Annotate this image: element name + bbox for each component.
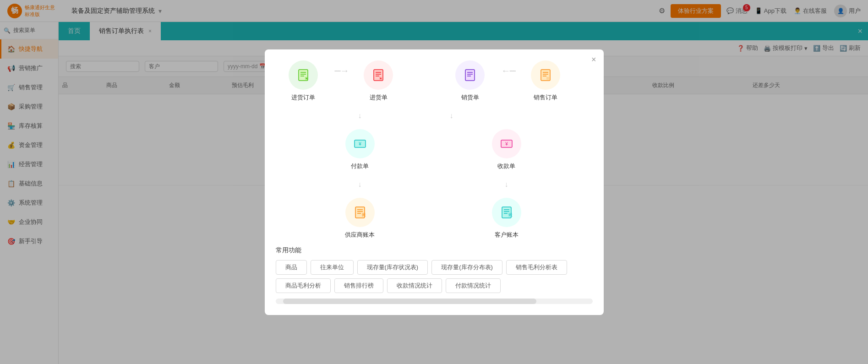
func-btn-inventory-dist[interactable]: 现存量(库存分布表) (431, 260, 502, 275)
func-btn-payment-stats[interactable]: 付款情况统计 (446, 278, 501, 293)
svg-text:¥: ¥ (358, 141, 361, 147)
supplier-ledger-icon: 账 (345, 198, 375, 227)
flow-row-5: 账 供应商账本 账 (276, 198, 593, 239)
receipt-bill-label: 收款单 (497, 162, 515, 170)
payment-bill-icon: ¥ (345, 129, 375, 158)
supplier-ledger-label: 供应商账本 (345, 231, 375, 239)
flow-supplier-ledger[interactable]: 账 供应商账本 (333, 198, 388, 239)
sales-order-icon (531, 60, 560, 90)
purchase-order-icon (289, 60, 318, 90)
func-btn-receipt-stats[interactable]: 收款情况统计 (387, 278, 442, 293)
svg-rect-8 (465, 70, 475, 81)
arrow-2: ← - - - (497, 65, 518, 85)
modal-overlay[interactable]: × 进货订单 (0, 0, 868, 364)
purchase-bill-icon (364, 60, 393, 90)
sales-order-label: 销售订单 (534, 93, 557, 102)
flow-receipt-bill[interactable]: ¥ 收款单 (479, 129, 534, 170)
flow-row-4: ↓ ↓ (276, 179, 593, 189)
func-btn-inventory-status[interactable]: 现存量(库存状况表) (357, 260, 428, 275)
purchase-bill-label: 进货单 (370, 93, 388, 102)
flow-row-3: ¥ 付款单 ¥ 收款单 (276, 129, 593, 170)
down-arrow-sales: ↓ (450, 112, 453, 120)
flow-section: 进货订单 - - - → (276, 60, 593, 239)
func-btn-product[interactable]: 商品 (276, 260, 307, 275)
down-arrow-payment: ↓ (358, 180, 362, 189)
receipt-bill-icon: ¥ (492, 129, 521, 158)
arrow-1: - - - → (331, 65, 351, 85)
flow-customer-ledger[interactable]: 账 客户账本 (479, 198, 534, 239)
customer-ledger-icon: 账 (492, 198, 521, 227)
func-btn-product-profit[interactable]: 商品毛利分析 (276, 278, 331, 293)
modal-scrollbar[interactable] (276, 299, 593, 304)
modal-scrollbar-thumb (283, 299, 537, 304)
flow-payment-bill[interactable]: ¥ 付款单 (333, 129, 388, 170)
customer-ledger-label: 客户账本 (495, 231, 519, 239)
flow-sales-order[interactable]: 销售订单 (518, 60, 573, 102)
func-btn-sales-profit[interactable]: 销售毛利分析表 (506, 260, 567, 275)
flow-sales-bill[interactable]: 销货单 (442, 60, 497, 102)
svg-text:¥: ¥ (505, 141, 508, 147)
flow-row-2: ↓ ↓ (276, 111, 593, 120)
flow-purchase-order[interactable]: 进货订单 (276, 60, 331, 102)
down-arrow-purchase: ↓ (358, 112, 362, 120)
modal-box: × 进货订单 (265, 49, 604, 315)
common-func-section: 常用功能 商品 往来单位 现存量(库存状况表) 现存量(库存分布表) 销售毛利分… (276, 246, 593, 293)
svg-text:账: 账 (508, 212, 513, 217)
flow-row-1: 进货订单 - - - → (276, 60, 593, 102)
modal-close-btn[interactable]: × (591, 55, 596, 65)
sales-bill-icon (455, 60, 485, 90)
common-func-title: 常用功能 (276, 246, 593, 255)
purchase-order-label: 进货订单 (291, 93, 315, 102)
sales-bill-label: 销货单 (461, 93, 479, 102)
payment-bill-label: 付款单 (351, 162, 369, 170)
svg-text:账: 账 (362, 212, 366, 217)
func-btn-partner[interactable]: 往来单位 (311, 260, 354, 275)
func-btn-sales-rank[interactable]: 销售排行榜 (334, 278, 383, 293)
flow-purchase-bill[interactable]: 进货单 (351, 60, 406, 102)
down-arrow-receipt: ↓ (505, 180, 508, 189)
func-buttons: 商品 往来单位 现存量(库存状况表) 现存量(库存分布表) 销售毛利分析表 商品… (276, 260, 593, 293)
